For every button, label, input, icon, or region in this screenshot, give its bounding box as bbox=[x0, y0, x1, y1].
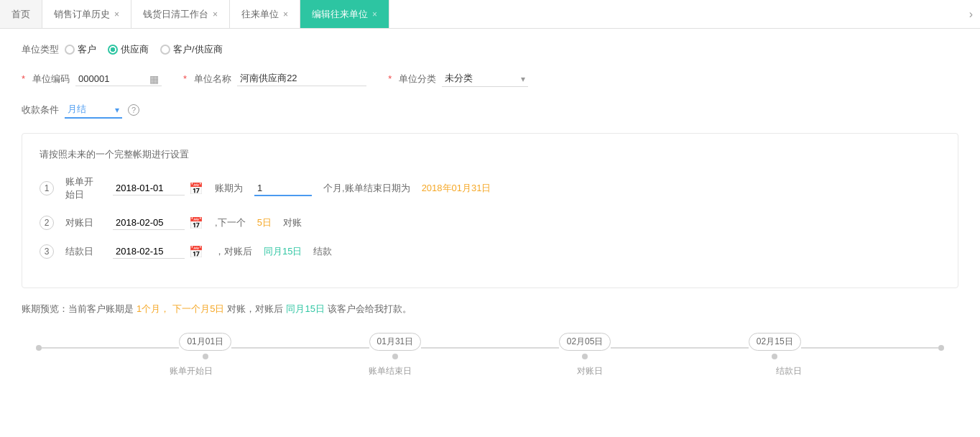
period-date-3-input[interactable] bbox=[113, 244, 185, 259]
unit-category-required: * bbox=[388, 73, 392, 84]
period-row2-highlight: 5日 bbox=[257, 216, 272, 229]
tab-partner[interactable]: 往来单位 × bbox=[230, 0, 300, 28]
radio-customer-circle bbox=[65, 45, 75, 55]
period-row-3: 3 结款日 📅 ，对账后 同月15日 结款 bbox=[40, 244, 940, 259]
period-row-3-label: 结款日 bbox=[65, 245, 101, 258]
timeline-node-3-dot bbox=[582, 354, 588, 359]
preview-row: 账期预览：当前客户账期是 1个月， 下一个月5日 对账，对账后 同月15日 该客… bbox=[22, 303, 958, 316]
period-date-3-wrapper: 📅 bbox=[113, 244, 203, 259]
tab-home-label: 首页 bbox=[11, 8, 30, 21]
payment-condition-select[interactable]: 月结 ▾ bbox=[65, 101, 122, 119]
unit-name-label: 单位名称 bbox=[194, 73, 231, 86]
timeline-node-3: 02月05日 bbox=[559, 333, 611, 362]
payment-condition-value: 月结 bbox=[65, 101, 122, 119]
payment-condition-label: 收款条件 bbox=[22, 104, 59, 116]
timeline-node-4-bubble: 02月15日 bbox=[749, 333, 801, 351]
period-settings-box: 请按照未来的一个完整帐期进行设置 1 账单开始日 📅 账期为 个月,账单结束日期… bbox=[22, 133, 958, 288]
timeline-start-dot bbox=[36, 345, 42, 351]
timeline-container: 01月01日 01月31日 02月05日 02月15日 bbox=[22, 333, 958, 377]
tab-bar: 首页 销售订单历史 × 钱货日清工作台 × 往来单位 × 编辑往来单位 × › bbox=[0, 0, 980, 29]
tab-sales-history-close[interactable]: × bbox=[114, 9, 119, 19]
unit-category-select[interactable]: 未分类 ▾ bbox=[442, 70, 528, 87]
period-box-title: 请按照未来的一个完整帐期进行设置 bbox=[40, 148, 940, 161]
period-row3-prefix: ，对账后 bbox=[215, 245, 252, 258]
timeline-row: 01月01日 01月31日 02月05日 02月15日 bbox=[36, 333, 944, 362]
timeline-node-2: 01月31日 bbox=[369, 333, 422, 362]
preview-part4: 同月15日 bbox=[286, 303, 324, 316]
unit-name-input[interactable] bbox=[237, 72, 366, 86]
period-row-2-num: 2 bbox=[40, 216, 54, 230]
radio-supplier[interactable]: 供应商 bbox=[108, 43, 149, 56]
timeline-node-2-bubble: 01月31日 bbox=[369, 333, 422, 351]
timeline-node-1-bubble: 01月01日 bbox=[179, 333, 231, 351]
tab-partner-label: 往来单位 bbox=[241, 8, 279, 21]
radio-supplier-label: 供应商 bbox=[121, 43, 149, 56]
unit-code-label: 单位编码 bbox=[32, 73, 70, 86]
page-content: 单位类型 客户 供应商 客户/供应商 * 单位编码 bbox=[0, 29, 980, 437]
period-row2-prefix: ,下一个 bbox=[215, 216, 246, 229]
period-months-input[interactable] bbox=[254, 181, 312, 196]
radio-customer-supplier[interactable]: 客户/供应商 bbox=[160, 43, 223, 56]
period-row-2-label: 对账日 bbox=[65, 216, 101, 229]
preview-part5: 该客户会给我打款。 bbox=[328, 303, 412, 316]
timeline-node-1: 01月01日 bbox=[179, 333, 231, 362]
preview-part1: 1个月， bbox=[137, 303, 170, 316]
calendar-1-icon[interactable]: 📅 bbox=[189, 182, 203, 196]
unit-code-input[interactable] bbox=[75, 72, 162, 86]
period-row-1-num: 1 bbox=[40, 181, 54, 196]
calendar-2-icon[interactable]: 📅 bbox=[189, 216, 203, 230]
preview-part3: 对账，对账后 bbox=[227, 303, 283, 316]
unit-type-label: 单位类型 bbox=[22, 43, 59, 56]
timeline-label-2: 账单结束日 bbox=[369, 365, 412, 377]
tab-partner-close[interactable]: × bbox=[283, 9, 288, 19]
tab-sales-history-label: 销售订单历史 bbox=[54, 8, 110, 21]
period-row-3-num: 3 bbox=[40, 244, 54, 259]
unit-category-value: 未分类 bbox=[442, 70, 528, 87]
timeline-line-1 bbox=[42, 347, 179, 349]
timeline-label-4: 结款日 bbox=[776, 365, 802, 377]
tab-home[interactable]: 首页 bbox=[0, 0, 42, 28]
period-date-1-input[interactable] bbox=[113, 181, 185, 196]
timeline-label-1: 账单开始日 bbox=[170, 365, 213, 377]
unit-type-item: 单位类型 客户 供应商 客户/供应商 bbox=[22, 43, 223, 56]
help-icon[interactable]: ? bbox=[128, 104, 139, 116]
chevron-down-icon: ▾ bbox=[521, 74, 525, 84]
period-date-2-wrapper: 📅 bbox=[113, 216, 203, 230]
payment-chevron-icon: ▾ bbox=[115, 105, 119, 115]
unit-info-row: * 单位编码 ▦ * 单位名称 * 单位分类 未分类 ▾ bbox=[22, 70, 958, 87]
preview-part2: 下一个月5日 bbox=[172, 303, 224, 316]
period-row-1: 1 账单开始日 📅 账期为 个月,账单结束日期为 2018年01月31日 bbox=[40, 175, 940, 201]
tab-cash-work[interactable]: 钱货日清工作台 × bbox=[131, 0, 230, 28]
period-row2-suffix: 对账 bbox=[283, 216, 302, 229]
radio-customer[interactable]: 客户 bbox=[65, 43, 96, 56]
tab-edit-partner-label: 编辑往来单位 bbox=[312, 8, 368, 21]
period-date-1-wrapper: 📅 bbox=[113, 181, 203, 196]
unit-code-icon: ▦ bbox=[149, 73, 159, 85]
period-row3-suffix: 结款 bbox=[313, 245, 332, 258]
unit-type-radio-group: 客户 供应商 客户/供应商 bbox=[65, 43, 223, 56]
timeline-node-4-dot bbox=[772, 354, 777, 359]
tab-cash-work-close[interactable]: × bbox=[213, 9, 218, 19]
timeline-line-5 bbox=[801, 347, 938, 349]
preview-label: 账期预览：当前客户账期是 bbox=[22, 303, 134, 316]
unit-code-item: * 单位编码 ▦ bbox=[22, 72, 162, 86]
tab-expand-button[interactable]: › bbox=[962, 0, 980, 28]
timeline-end-dot bbox=[938, 345, 944, 351]
tab-sales-history[interactable]: 销售订单历史 × bbox=[42, 0, 131, 28]
period-row-1-label: 账单开始日 bbox=[65, 175, 101, 201]
timeline-node-3-bubble: 02月05日 bbox=[559, 333, 611, 351]
period-date-2-input[interactable] bbox=[113, 216, 185, 230]
timeline-labels-row: 账单开始日 账单结束日 对账日 结款日 bbox=[36, 362, 944, 377]
timeline-label-3: 对账日 bbox=[577, 365, 603, 377]
radio-customer-supplier-label: 客户/供应商 bbox=[173, 43, 223, 56]
calendar-3-icon[interactable]: 📅 bbox=[189, 245, 203, 259]
timeline-line-3 bbox=[421, 347, 558, 349]
tab-edit-partner[interactable]: 编辑往来单位 × bbox=[300, 0, 389, 28]
timeline-node-2-dot bbox=[392, 354, 398, 359]
tab-edit-partner-close[interactable]: × bbox=[372, 9, 377, 19]
radio-supplier-circle bbox=[108, 45, 118, 55]
period-end-date-highlight: 2018年01月31日 bbox=[422, 182, 491, 195]
unit-category-item: * 单位分类 未分类 ▾ bbox=[388, 70, 528, 87]
unit-name-required: * bbox=[183, 73, 187, 84]
unit-name-item: * 单位名称 bbox=[183, 72, 366, 86]
